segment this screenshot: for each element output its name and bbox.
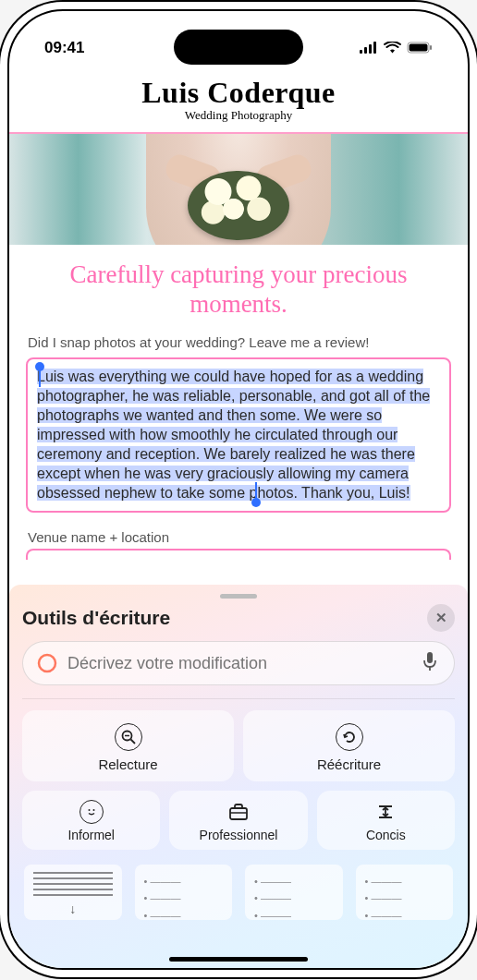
home-indicator[interactable] (169, 957, 308, 962)
bullets-icon (254, 872, 334, 920)
svg-rect-3 (373, 42, 376, 54)
friendly-button[interactable]: Informel (22, 791, 160, 850)
summary-option-2[interactable] (135, 865, 233, 920)
bullets-icon (365, 872, 445, 920)
svg-rect-1 (364, 47, 367, 54)
arrow-down-icon: ↓ (69, 901, 76, 916)
summary-option-3[interactable] (245, 865, 343, 920)
review-prompt-label: Did I snap photos at your wedding? Leave… (9, 329, 468, 357)
svg-rect-0 (360, 50, 362, 54)
tagline: Carefully capturing your precious moment… (9, 245, 468, 329)
site-title: Luis Coderque (9, 76, 468, 110)
svg-point-13 (88, 809, 90, 811)
summary-option-4[interactable] (356, 865, 454, 920)
svg-point-7 (39, 655, 55, 671)
venue-field-label: Venue name + location (9, 513, 468, 549)
microphone-icon[interactable] (422, 651, 441, 675)
prompt-field[interactable] (22, 641, 455, 685)
status-time: 09:41 (44, 39, 84, 57)
rewrite-label: Réécriture (243, 756, 455, 772)
review-textarea[interactable]: Luis was everything we could have hoped … (26, 357, 451, 513)
divider (22, 698, 455, 699)
rewrite-button[interactable]: Réécriture (243, 710, 455, 781)
device-notch (174, 30, 303, 65)
magnify-icon (115, 723, 142, 751)
briefcase-icon (226, 800, 251, 824)
concise-icon (373, 800, 398, 824)
summary-option-1[interactable]: ↓ (24, 865, 122, 920)
hero-image (9, 134, 468, 245)
svg-rect-8 (427, 652, 433, 663)
bullets-icon (144, 872, 224, 920)
concise-label: Concis (317, 828, 455, 842)
lines-icon (33, 872, 113, 874)
wifi-icon (384, 42, 401, 54)
close-icon: ✕ (435, 610, 447, 626)
site-subtitle: Wedding Photography (9, 108, 468, 123)
prompt-input[interactable] (67, 654, 413, 673)
review-selected-text[interactable]: Luis was everything we could have hoped … (37, 369, 430, 502)
proofread-button[interactable]: Relecture (22, 710, 234, 781)
professional-button[interactable]: Professionnel (169, 791, 307, 850)
sheet-title: Outils d'écriture (22, 607, 170, 629)
svg-rect-5 (410, 44, 428, 52)
close-button[interactable]: ✕ (427, 604, 455, 632)
svg-rect-6 (430, 45, 432, 50)
svg-point-14 (92, 809, 94, 811)
professional-label: Professionnel (169, 828, 307, 842)
svg-rect-2 (369, 44, 372, 54)
writing-tools-sheet: Outils d'écriture ✕ (9, 585, 468, 968)
site-header: Luis Coderque Wedding Photography (9, 68, 468, 127)
sheet-grabber[interactable] (220, 594, 257, 599)
proofread-label: Relecture (22, 756, 234, 772)
venue-input[interactable] (26, 549, 451, 560)
selection-handle-end[interactable] (251, 498, 261, 507)
apple-intelligence-icon (36, 652, 58, 674)
cellular-icon (360, 42, 378, 54)
battery-icon (407, 42, 433, 54)
svg-rect-15 (230, 808, 247, 819)
svg-line-11 (130, 740, 135, 744)
friendly-label: Informel (22, 828, 160, 842)
rewrite-icon (336, 723, 363, 751)
concise-button[interactable]: Concis (317, 791, 455, 850)
smile-icon (80, 800, 104, 824)
